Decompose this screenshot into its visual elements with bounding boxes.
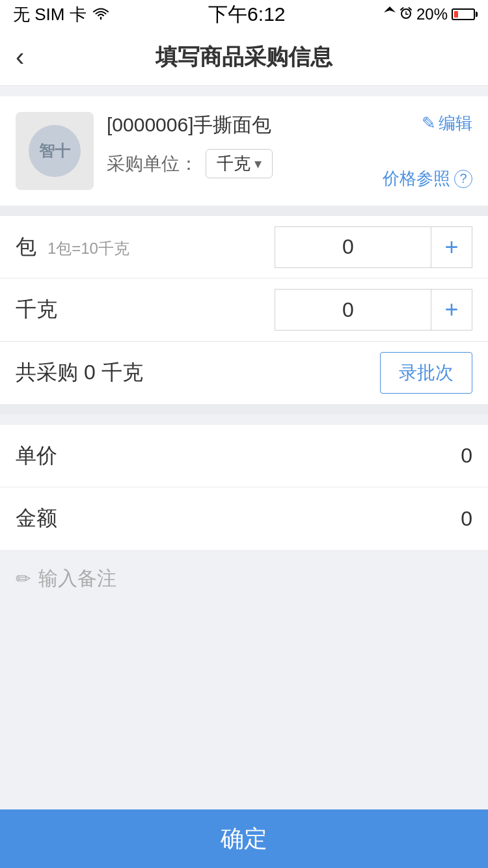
status-time: 下午6:12 (208, 1, 285, 28)
bao-row: 包 1包=10千克 + (0, 216, 488, 278)
kg-plus-button[interactable]: + (431, 289, 472, 331)
product-image: 智十 (16, 112, 94, 190)
battery-pct: 20% (416, 5, 448, 23)
unit-value: 千克 (217, 152, 251, 175)
confirm-label: 确定 (221, 823, 267, 855)
edit-icon: ✎ (422, 113, 436, 133)
unit-price-label: 单价 (16, 442, 57, 470)
bao-label: 包 1包=10千克 (16, 233, 275, 262)
total-row: 共采购 0 千克 录批次 (0, 342, 488, 404)
unit-arrow-icon: ▾ (254, 156, 262, 172)
unit-price-row: 单价 0 (0, 425, 488, 487)
price-ref-button[interactable]: 价格参照 ? (383, 167, 472, 190)
page-title: 填写商品采购信息 (156, 42, 332, 72)
bao-input[interactable] (275, 226, 431, 268)
quantity-input-section: 包 1包=10千克 + 千克 + (0, 216, 488, 341)
wifi-icon (92, 5, 110, 25)
product-logo: 智十 (29, 125, 81, 177)
price-ref-label: 价格参照 (383, 167, 450, 190)
page-spacer (0, 608, 488, 790)
status-right: 20% (384, 5, 475, 23)
bao-plus-button[interactable]: + (431, 226, 472, 268)
kg-input-control: + (275, 289, 472, 331)
section-divider-1 (0, 206, 488, 216)
unit-price-value: 0 (461, 444, 472, 468)
nav-bar: ‹ 填写商品采购信息 (0, 29, 488, 86)
product-card: 智十 [0000006]手撕面包 采购单位： 千克 ▾ ✎ 编辑 价格参照 ? (0, 96, 488, 206)
location-icon (384, 5, 396, 23)
status-bar: 无 SIM 卡 下午6:12 (0, 0, 488, 29)
confirm-button[interactable]: 确定 (0, 809, 488, 868)
pencil-icon: ✏ (16, 568, 31, 590)
bao-sub-label: 1包=10千克 (47, 239, 129, 257)
total-label: 共采购 0 千克 (16, 359, 143, 387)
batch-button[interactable]: 录批次 (380, 352, 472, 394)
section-divider-3 (0, 404, 488, 414)
price-section: 单价 0 金额 0 (0, 425, 488, 550)
status-left: 无 SIM 卡 (13, 3, 110, 26)
sim-label: 无 SIM 卡 (13, 3, 87, 26)
remark-placeholder: 输入备注 (38, 565, 116, 592)
back-button[interactable]: ‹ (16, 42, 24, 72)
amount-label: 金额 (16, 504, 57, 533)
edit-label: 编辑 (439, 112, 472, 135)
product-name: [0000006]手撕面包 (107, 112, 472, 139)
kg-input[interactable] (275, 289, 431, 331)
price-ref-icon: ? (454, 170, 472, 188)
unit-label: 采购单位： (107, 152, 198, 176)
unit-dropdown[interactable]: 千克 ▾ (206, 149, 273, 178)
kg-row: 千克 + (0, 278, 488, 341)
amount-row: 金额 0 (0, 487, 488, 550)
edit-button[interactable]: ✎ 编辑 (422, 112, 472, 135)
alarm-icon (400, 5, 413, 23)
bao-input-control: + (275, 226, 472, 268)
amount-value: 0 (461, 507, 472, 531)
battery-icon (452, 8, 475, 20)
kg-label: 千克 (16, 295, 275, 324)
remark-section[interactable]: ✏ 输入备注 (0, 550, 488, 608)
